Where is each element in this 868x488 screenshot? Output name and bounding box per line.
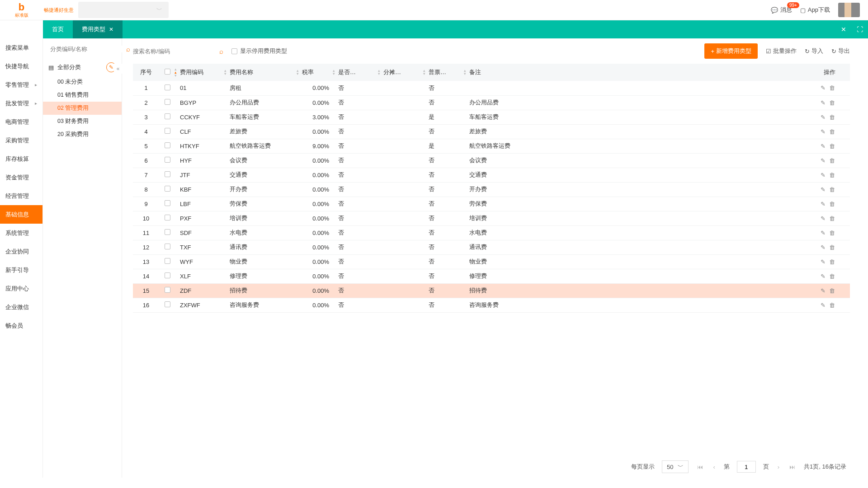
add-expense-type-button[interactable]: + 新增费用类型 bbox=[704, 43, 758, 59]
cell-checkbox[interactable] bbox=[159, 269, 175, 283]
col-code[interactable]: ▴费用编码 bbox=[175, 64, 225, 81]
company-dropdown[interactable]: ﹀ bbox=[78, 2, 169, 18]
delete-icon[interactable]: 🗑 bbox=[829, 157, 839, 164]
pager-next[interactable]: › bbox=[776, 464, 781, 470]
cell-checkbox[interactable] bbox=[159, 153, 175, 168]
tab-home[interactable]: 首页 bbox=[43, 20, 73, 38]
sidebar-item-10[interactable]: 系统管理 bbox=[0, 224, 42, 242]
search-icon[interactable]: ⌕ bbox=[219, 47, 223, 55]
table-row[interactable]: 101房租0.00%否否✎🗑 bbox=[133, 81, 850, 95]
delete-icon[interactable]: 🗑 bbox=[829, 143, 839, 150]
close-icon[interactable]: ✕ bbox=[109, 26, 113, 33]
table-row[interactable]: 4CLF差旅费0.00%否否差旅费✎🗑 bbox=[133, 124, 850, 139]
sidebar-item-12[interactable]: 新手引导 bbox=[0, 261, 42, 279]
table-row[interactable]: 15ZDF招待费0.00%否否招待费✎🗑 bbox=[133, 283, 850, 298]
category-search-input[interactable] bbox=[50, 46, 126, 52]
tab-expense-type[interactable]: 费用类型 ✕ bbox=[73, 20, 123, 38]
category-item-3[interactable]: 03 财务费用 bbox=[43, 115, 122, 128]
sidebar-item-5[interactable]: 采购管理 bbox=[0, 131, 42, 150]
table-row[interactable]: 11SDF水电费0.00%否否水电费✎🗑 bbox=[133, 225, 850, 240]
edit-icon[interactable]: ✎ bbox=[821, 99, 829, 106]
delete-icon[interactable]: 🗑 bbox=[829, 99, 839, 106]
cell-checkbox[interactable] bbox=[159, 197, 175, 211]
avatar[interactable] bbox=[838, 3, 860, 17]
sidebar-item-0[interactable]: 搜索菜单 bbox=[0, 38, 42, 57]
show-disabled-checkbox[interactable]: 显示停用费用类型 bbox=[231, 47, 287, 55]
cell-checkbox[interactable] bbox=[159, 283, 175, 298]
edit-icon[interactable]: ✎ bbox=[821, 230, 829, 236]
sidebar-item-7[interactable]: 资金管理 bbox=[0, 168, 42, 187]
category-item-4[interactable]: 20 采购费用 bbox=[43, 128, 122, 141]
messages-button[interactable]: 💬 消息 99+ bbox=[771, 6, 792, 14]
col-remark[interactable]: 备注 bbox=[465, 64, 809, 81]
sidebar-item-6[interactable]: 库存核算 bbox=[0, 150, 42, 168]
table-row[interactable]: 10PXF培训费0.00%否否培训费✎🗑 bbox=[133, 211, 850, 225]
delete-icon[interactable]: 🗑 bbox=[829, 230, 839, 236]
sidebar-item-11[interactable]: 企业协同 bbox=[0, 242, 42, 261]
table-row[interactable]: 6HYF会议费0.00%否否会议费✎🗑 bbox=[133, 153, 850, 168]
col-isx[interactable]: 是否… bbox=[334, 64, 379, 81]
edit-icon[interactable]: ✎ bbox=[821, 84, 829, 91]
table-row[interactable]: 2BGYP办公用品费0.00%否否办公用品费✎🗑 bbox=[133, 95, 850, 110]
delete-icon[interactable]: 🗑 bbox=[829, 128, 839, 135]
sidebar-item-3[interactable]: 批发管理▸ bbox=[0, 94, 42, 113]
sidebar-item-4[interactable]: 电商管理 bbox=[0, 113, 42, 131]
sidebar-item-8[interactable]: 经营管理 bbox=[0, 187, 42, 205]
table-row[interactable]: 14XLF修理费0.00%否否修理费✎🗑 bbox=[133, 269, 850, 283]
delete-icon[interactable]: 🗑 bbox=[829, 172, 839, 178]
col-name[interactable]: 费用名称 bbox=[225, 64, 297, 81]
table-row[interactable]: 9LBF劳保费0.00%否否劳保费✎🗑 bbox=[133, 197, 850, 211]
sidebar-item-2[interactable]: 零售管理▸ bbox=[0, 75, 42, 94]
search-input[interactable] bbox=[133, 48, 216, 55]
export-button[interactable]: ↻ 导出 bbox=[831, 47, 850, 55]
edit-icon[interactable]: ✎ bbox=[821, 201, 829, 207]
cell-checkbox[interactable] bbox=[159, 124, 175, 139]
table-row[interactable]: 3CCKYF车船客运费3.00%否是车船客运费✎🗑 bbox=[133, 110, 850, 124]
sidebar-item-15[interactable]: 畅会员 bbox=[0, 316, 42, 335]
app-download-button[interactable]: ▢ App下载 bbox=[800, 6, 830, 14]
edit-icon[interactable]: ✎ bbox=[821, 302, 829, 309]
cell-checkbox[interactable] bbox=[159, 182, 175, 197]
category-item-0[interactable]: 00 未分类 bbox=[43, 75, 122, 89]
category-item-1[interactable]: 01 销售费用 bbox=[43, 89, 122, 102]
edit-icon[interactable]: ✎ bbox=[821, 143, 829, 150]
cell-checkbox[interactable] bbox=[159, 168, 175, 182]
sidebar-item-13[interactable]: 应用中心 bbox=[0, 279, 42, 298]
pager-page-input[interactable] bbox=[737, 461, 756, 473]
sidebar-item-14[interactable]: 企业微信 bbox=[0, 298, 42, 316]
delete-icon[interactable]: 🗑 bbox=[829, 244, 839, 251]
table-row[interactable]: 13WYF物业费0.00%否否物业费✎🗑 bbox=[133, 254, 850, 269]
sidebar-item-1[interactable]: 快捷导航 bbox=[0, 57, 42, 75]
pager-prev[interactable]: ‹ bbox=[712, 464, 716, 470]
col-rate[interactable]: 税率 bbox=[297, 64, 334, 81]
fullscreen-button[interactable]: ⛶ bbox=[852, 20, 868, 38]
checkbox-icon[interactable] bbox=[165, 69, 170, 75]
cell-checkbox[interactable] bbox=[159, 298, 175, 312]
delete-icon[interactable]: 🗑 bbox=[829, 273, 839, 280]
per-page-select[interactable]: 50 ﹀ bbox=[662, 460, 689, 473]
table-row[interactable]: 5HTKYF航空铁路客运费9.00%否是航空铁路客运费✎🗑 bbox=[133, 139, 850, 153]
edit-icon[interactable]: ✎ bbox=[821, 287, 829, 294]
delete-icon[interactable]: 🗑 bbox=[829, 302, 839, 309]
category-item-2[interactable]: 02 管理费用 bbox=[43, 102, 122, 115]
import-button[interactable]: ↻ 导入 bbox=[805, 47, 823, 55]
table-row[interactable]: 12TXF通讯费0.00%否否通讯费✎🗑 bbox=[133, 240, 850, 254]
cell-checkbox[interactable] bbox=[159, 211, 175, 225]
sidebar-item-9[interactable]: 基础信息 bbox=[0, 205, 42, 224]
delete-icon[interactable]: 🗑 bbox=[829, 201, 839, 207]
table-row[interactable]: 16ZXFWF咨询服务费0.00%否否咨询服务费✎🗑 bbox=[133, 298, 850, 312]
col-checkbox[interactable] bbox=[159, 64, 175, 81]
cell-checkbox[interactable] bbox=[159, 95, 175, 110]
cell-checkbox[interactable] bbox=[159, 225, 175, 240]
edit-icon[interactable]: ✎ bbox=[821, 114, 829, 121]
col-seq[interactable]: 序号 bbox=[133, 64, 159, 81]
edit-icon[interactable]: ✎ bbox=[821, 172, 829, 178]
col-share[interactable]: 分摊… bbox=[379, 64, 424, 81]
edit-icon[interactable]: ✎ bbox=[821, 258, 829, 265]
category-all[interactable]: ▤ 全部分类 ✎ bbox=[43, 59, 122, 75]
batch-action-button[interactable]: ☑ 批量操作 bbox=[766, 47, 797, 55]
tab-close-all-button[interactable]: ✕ bbox=[835, 20, 852, 38]
pager-first[interactable]: ⏮ bbox=[696, 464, 704, 470]
pager-last[interactable]: ⏭ bbox=[788, 464, 797, 470]
delete-icon[interactable]: 🗑 bbox=[829, 258, 839, 265]
